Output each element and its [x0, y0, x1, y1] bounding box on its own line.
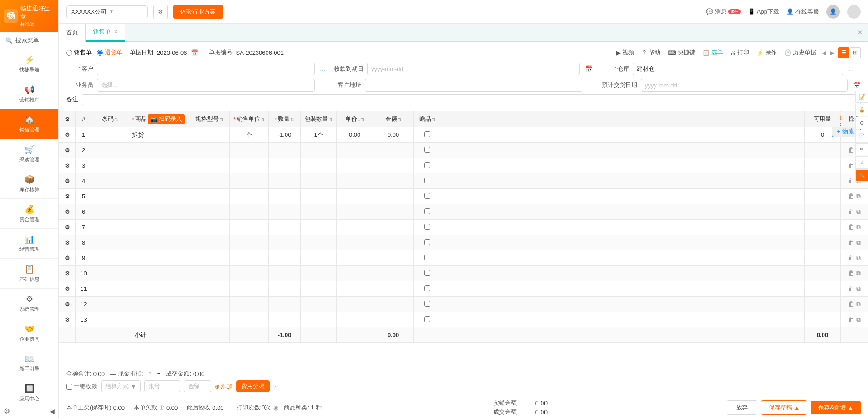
- sidebar-item-purchase[interactable]: 🛒 采购管理: [0, 139, 58, 169]
- radio-sale[interactable]: 销售单: [66, 48, 92, 57]
- delete-btn[interactable]: 🗑: [848, 223, 854, 231]
- gift-checkbox[interactable]: [424, 255, 430, 260]
- freebie-btn[interactable]: 费用分摊: [236, 380, 270, 392]
- th-spec[interactable]: 规格型号⇅: [189, 111, 230, 127]
- operate-btn[interactable]: ⚡ 操作: [755, 48, 779, 58]
- date-value[interactable]: 2023-06-06: [157, 49, 187, 56]
- spec-sort-icon[interactable]: ⇅: [220, 117, 223, 122]
- th-pkg[interactable]: 包装数量⇅: [301, 111, 337, 127]
- shortcut-btn[interactable]: ⌨ 快捷键: [666, 48, 697, 58]
- sidebar-item-system[interactable]: ⚙ 系统管理: [0, 289, 58, 318]
- delete-btn[interactable]: 🗑: [848, 316, 854, 323]
- sidebar-item-quick-nav[interactable]: ⚡ 快捷导航: [0, 49, 58, 79]
- payment-check-input[interactable]: [66, 384, 72, 390]
- copy-btn[interactable]: ⧉: [856, 285, 861, 292]
- delete-btn[interactable]: 🗑: [848, 239, 854, 246]
- row-qty[interactable]: -1.00: [269, 127, 301, 143]
- radio-return[interactable]: 退货单: [97, 48, 122, 57]
- gift-checkbox[interactable]: [424, 270, 430, 276]
- th-qty[interactable]: *数量⇅: [269, 111, 301, 127]
- sidebar-item-basic[interactable]: 📋 基础信息: [0, 259, 58, 289]
- scan-btn[interactable]: 📷 扫码录入: [148, 114, 185, 124]
- sidebar-item-finance[interactable]: 💰 资金管理: [0, 199, 58, 229]
- sidebar-item-sales[interactable]: 🏠 销售管理: [0, 109, 58, 139]
- warehouse-input[interactable]: 建材仓: [633, 63, 843, 75]
- delete-btn[interactable]: 🗑: [848, 193, 854, 200]
- gift-checkbox[interactable]: [424, 131, 430, 137]
- product-kind-icon[interactable]: ◉: [273, 405, 278, 411]
- price-info-icon[interactable]: ℹ: [358, 117, 360, 122]
- copy-btn[interactable]: ⧉: [856, 270, 861, 277]
- abandon-btn[interactable]: 放弃: [727, 400, 757, 415]
- th-price[interactable]: 单价ℹ⇅: [337, 111, 373, 127]
- payment-date-input[interactable]: yyyy-mm-dd: [367, 63, 580, 75]
- row-gift[interactable]: [414, 127, 441, 143]
- row-product[interactable]: 拆货: [128, 127, 189, 143]
- payment-method-select[interactable]: 结算方式 ▼: [101, 380, 141, 392]
- delivery-date-input[interactable]: yyyy-mm-dd: [641, 79, 848, 92]
- radio-return-input[interactable]: [97, 50, 103, 56]
- sidebar-item-appstore[interactable]: 🔲 应用中心: [0, 378, 58, 403]
- th-available[interactable]: 可用量: [805, 111, 841, 127]
- copy-btn[interactable]: ⧉: [856, 193, 861, 200]
- copy-btn[interactable]: ⧉: [856, 316, 861, 323]
- select-btn[interactable]: 📋 选单: [701, 48, 725, 58]
- tab-sales[interactable]: 销售单 ×: [86, 24, 125, 42]
- gift-checkbox[interactable]: [424, 147, 430, 153]
- next-btn[interactable]: ▶: [830, 49, 834, 56]
- gift-checkbox[interactable]: [424, 208, 430, 214]
- amount-sort-icon[interactable]: ⇅: [398, 117, 402, 122]
- salesperson-input[interactable]: 选择...: [97, 79, 315, 92]
- app-download-btn[interactable]: 📱 App下载: [748, 8, 779, 16]
- arrears-icon[interactable]: ①: [159, 405, 165, 411]
- save-new-btn[interactable]: 保存&新增 ▲: [811, 401, 861, 414]
- copy-btn[interactable]: ⧉: [856, 300, 861, 308]
- th-amount[interactable]: 金额⇅: [373, 111, 414, 127]
- row-barcode[interactable]: [92, 127, 128, 143]
- pkg-sort-icon[interactable]: ⇅: [329, 117, 333, 122]
- copy-btn[interactable]: ⧉: [856, 254, 861, 261]
- sidebar-item-marketing[interactable]: 📢 营销推广: [0, 79, 58, 109]
- print-btn[interactable]: 🖨 打印: [728, 48, 751, 58]
- payment-date-calendar-icon[interactable]: 📅: [585, 65, 593, 72]
- float-btn-7[interactable]: 🔧: [855, 169, 868, 182]
- delete-btn[interactable]: 🗑: [848, 254, 854, 261]
- list-view-btn[interactable]: ☰: [838, 47, 849, 58]
- customer-addr-more-btn[interactable]: ...: [588, 82, 593, 89]
- prev-btn[interactable]: ◀: [822, 49, 826, 56]
- float-btn-6[interactable]: ☆: [855, 156, 868, 169]
- sidebar-item-guide[interactable]: 📖 新手引导: [0, 348, 58, 378]
- gift-checkbox[interactable]: [424, 301, 430, 307]
- gift-checkbox[interactable]: [424, 285, 430, 291]
- note-input[interactable]: [82, 94, 861, 105]
- gift-checkbox[interactable]: [424, 193, 430, 199]
- copy-btn[interactable]: ⧉: [856, 239, 861, 246]
- delete-btn[interactable]: 🗑: [848, 146, 854, 154]
- online-service-btn[interactable]: 👤 在线客服: [786, 8, 819, 16]
- row-settings[interactable]: ⚙: [59, 127, 76, 143]
- delete-btn[interactable]: 🗑: [848, 270, 854, 277]
- video-btn[interactable]: ▶ 视频: [615, 48, 636, 58]
- copy-btn[interactable]: ⧉: [856, 223, 861, 231]
- delete-btn[interactable]: 🗑: [848, 300, 854, 308]
- gift-sort-icon[interactable]: ⇅: [432, 117, 436, 122]
- delete-btn[interactable]: 🗑: [848, 285, 854, 292]
- sidebar-collapse-btn[interactable]: ◀: [50, 408, 55, 415]
- th-unit[interactable]: *销售单位⇅: [230, 111, 269, 127]
- float-btn-5[interactable]: ✏: [855, 143, 868, 155]
- customer-addr-input[interactable]: [365, 79, 582, 92]
- row-amount[interactable]: 0.00: [373, 127, 414, 143]
- tab-bar-close-btn[interactable]: ✕: [858, 29, 868, 36]
- tab-home[interactable]: 首页: [59, 24, 86, 42]
- topbar-settings-btn[interactable]: ⚙: [153, 5, 168, 19]
- copy-btn[interactable]: ⧉: [856, 208, 861, 215]
- payment-checkbox[interactable]: 一键收款: [66, 382, 97, 390]
- account-input[interactable]: 账号: [144, 380, 180, 392]
- gift-checkbox[interactable]: [424, 162, 430, 168]
- user-avatar2[interactable]: [847, 5, 861, 19]
- calendar-icon[interactable]: 📅: [191, 49, 198, 56]
- float-btn-4[interactable]: 📄: [855, 130, 868, 142]
- sidebar-item-inventory[interactable]: 📦 库存核算: [0, 169, 58, 199]
- sidebar-search[interactable]: 🔍 搜索菜单: [0, 32, 58, 49]
- delivery-date-calendar-icon[interactable]: 📅: [853, 82, 861, 89]
